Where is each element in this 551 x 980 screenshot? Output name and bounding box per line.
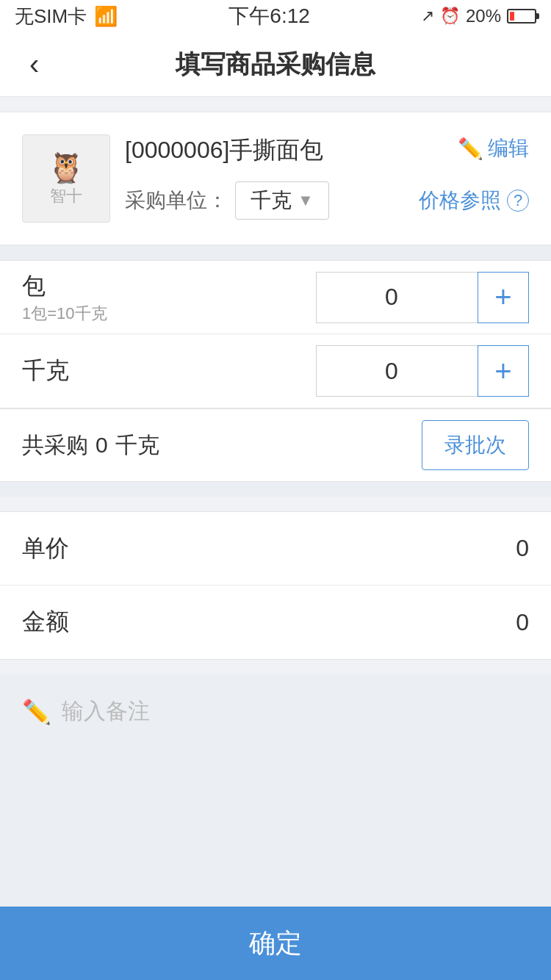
- bao-label-main: 包: [22, 270, 110, 303]
- section-divider-1: [0, 245, 551, 260]
- remark-placeholder: 输入备注: [62, 696, 150, 727]
- status-left: 无SIM卡 📶: [15, 4, 118, 29]
- price-row-amount: 金额 0: [0, 586, 551, 659]
- product-title-row: [0000006]手撕面包 ✏️ 编辑: [125, 134, 529, 167]
- product-card: 🦉 智十 [0000006]手撕面包 ✏️ 编辑 采购单位： 千克 ▼ 价格参照…: [0, 112, 551, 245]
- kg-plus-button[interactable]: +: [478, 345, 529, 397]
- carrier-label: 无SIM卡: [15, 4, 87, 29]
- kg-field: +: [110, 345, 529, 397]
- kg-input[interactable]: [316, 345, 478, 397]
- status-bar: 无SIM卡 📶 下午6:12 ↗ ⏰ 20%: [0, 0, 551, 32]
- pencil-icon: ✏️: [22, 698, 51, 726]
- price-row-unit: 单价 0: [0, 512, 551, 586]
- unit-price-label: 单价: [22, 533, 69, 565]
- product-info: [0000006]手撕面包 ✏️ 编辑 采购单位： 千克 ▼ 价格参照 ?: [125, 134, 529, 220]
- total-row: 共采购 0 千克 录批次: [0, 408, 551, 482]
- kg-label: 千克: [22, 355, 110, 387]
- price-ref-label: 价格参照: [419, 187, 501, 215]
- product-image-label: 智十: [50, 185, 82, 207]
- batch-button[interactable]: 录批次: [422, 420, 529, 470]
- bao-label: 包 1包=10千克: [22, 270, 110, 325]
- input-row-kg: 千克 +: [0, 334, 551, 408]
- total-value: 0: [96, 433, 108, 458]
- unit-label: 采购单位：: [125, 187, 228, 215]
- total-label-group: 共采购 0 千克: [22, 430, 159, 461]
- product-unit-row: 采购单位： 千克 ▼ 价格参照 ?: [125, 181, 529, 220]
- product-image-owl: 🦉: [48, 151, 84, 185]
- section-divider-2: [0, 482, 551, 497]
- input-row-bao: 包 1包=10千克 +: [0, 261, 551, 334]
- battery-label: 20%: [466, 6, 501, 26]
- bao-sublabel: 1包=10千克: [22, 303, 110, 325]
- confirm-button[interactable]: 确定: [0, 907, 551, 980]
- edit-icon: ✏️: [458, 137, 483, 161]
- status-right: ↗ ⏰ 20%: [421, 6, 536, 26]
- edit-label: 编辑: [488, 134, 529, 162]
- bao-plus-button[interactable]: +: [478, 272, 529, 323]
- price-ref-button[interactable]: 价格参照 ?: [419, 187, 529, 215]
- product-title: [0000006]手撕面包: [125, 134, 323, 167]
- amount-value: 0: [516, 609, 529, 636]
- help-icon: ?: [507, 190, 529, 212]
- alarm-icon: ⏰: [440, 7, 460, 26]
- remark-section[interactable]: ✏️ 输入备注: [0, 674, 551, 749]
- product-image: 🦉 智十: [22, 134, 110, 223]
- nav-bar: ‹ 填写商品采购信息: [0, 32, 551, 97]
- unit-price-value: 0: [516, 535, 529, 562]
- input-section: 包 1包=10千克 + 千克 +: [0, 260, 551, 408]
- unit-select[interactable]: 千克 ▼: [235, 181, 329, 220]
- kg-label-main: 千克: [22, 355, 110, 387]
- chevron-down-icon: ▼: [298, 191, 314, 210]
- edit-button[interactable]: ✏️ 编辑: [458, 134, 529, 162]
- wifi-icon: 📶: [94, 5, 118, 28]
- total-label: 共采购: [22, 430, 88, 461]
- unit-value: 千克: [251, 187, 292, 215]
- total-unit: 千克: [115, 430, 159, 461]
- status-time: 下午6:12: [228, 2, 310, 30]
- battery-icon: [507, 9, 536, 24]
- bao-input[interactable]: [316, 272, 478, 323]
- price-section: 单价 0 金额 0: [0, 511, 551, 660]
- amount-label: 金额: [22, 606, 69, 638]
- back-button[interactable]: ‹: [22, 40, 46, 88]
- location-icon: ↗: [421, 7, 434, 26]
- bao-field: +: [110, 272, 529, 323]
- page-title: 填写商品采购信息: [176, 48, 375, 82]
